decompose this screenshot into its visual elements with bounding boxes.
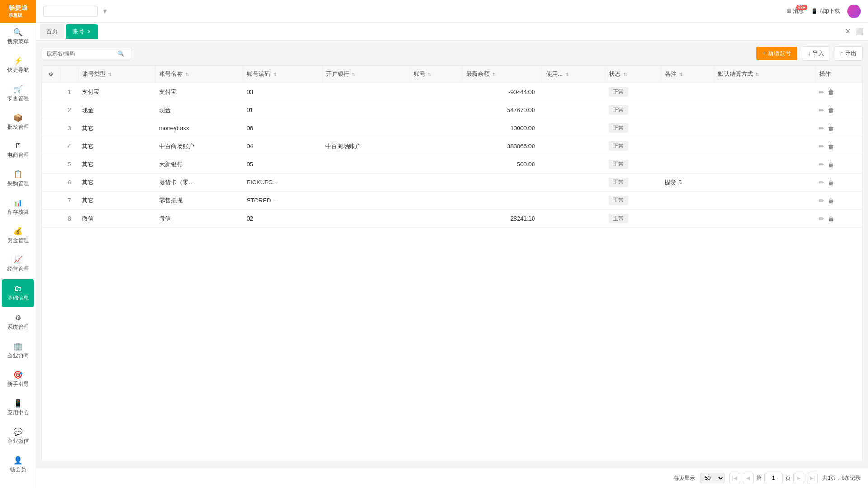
tab-home[interactable]: 首页 [40,24,64,39]
sidebar-item-member[interactable]: 👤 畅会员 [0,450,36,479]
lightning-icon: ⚡ [14,56,23,65]
import-button[interactable]: ↓ 导入 [802,46,830,61]
window-maximize-button[interactable]: ⬜ [854,27,864,37]
next-page-button[interactable]: ▶ [793,473,804,483]
row-code: 01 [243,101,322,119]
last-page-button[interactable]: ▶| [807,473,818,483]
row-num: 2 [60,101,78,119]
export-button[interactable]: ↑ 导出 [835,46,863,61]
sidebar-item-wechat[interactable]: 💬 企业微信 [0,422,36,450]
delete-button[interactable]: 🗑 [828,143,834,150]
message-badge: 99+ [796,5,807,10]
user-avatar[interactable] [847,5,861,18]
th-remark[interactable]: 备注 ⇅ [661,66,714,83]
sidebar-item-retail[interactable]: 🛒 零售管理 [0,80,36,108]
edit-button[interactable]: ✏ [819,125,824,132]
th-settings[interactable]: ⚙ [42,66,60,83]
th-type[interactable]: 账号类型 ⇅ [78,66,156,83]
th-default-settlement[interactable]: 默认结算方式 ⇅ [714,66,815,83]
th-bank[interactable]: 开户银行 ⇅ [322,66,410,83]
app-download-button[interactable]: 📱 App下载 [811,7,840,15]
row-actions: ✏ 🗑 [815,192,862,210]
topbar-left: ▾ [43,6,107,17]
row-actions: ✏ 🗑 [815,119,862,137]
delete-button[interactable]: 🗑 [828,179,834,186]
search-icon[interactable]: 🔍 [117,50,124,57]
message-button[interactable]: ✉ 消息 99+ [787,7,804,15]
row-default-settlement [714,101,815,119]
th-code[interactable]: 账号编码 ⇅ [243,66,322,83]
tab-account[interactable]: 账号 ✕ [66,24,98,39]
row-type: 其它 [78,174,156,192]
app-logo: 畅捷通 乐意版 [0,0,36,23]
window-close-button[interactable]: ✕ [843,27,853,37]
topbar-search-input[interactable] [43,6,98,17]
row-usage [542,137,605,155]
row-name: 支付宝 [156,83,243,101]
row-type: 支付宝 [78,83,156,101]
sidebar-item-purchase[interactable]: 📋 采购管理 [0,164,36,193]
th-account[interactable]: 账号 ⇅ [410,66,462,83]
page-number-input[interactable] [764,473,783,483]
row-type: 微信 [78,210,156,228]
topbar-dropdown-icon[interactable]: ▾ [103,7,107,15]
row-bank [322,119,410,137]
sidebar-item-label: 系统管理 [7,324,29,331]
sidebar-item-basic[interactable]: 🗂 基础信息 [2,279,34,307]
row-balance: 500.00 [462,155,542,174]
sidebar-item-quick[interactable]: ⚡ 快捷导航 [0,51,36,80]
account-search-input[interactable] [47,50,114,56]
main-area: ▾ ✉ 消息 99+ 📱 App下载 首页 账号 ✕ ✕ ⬜ [36,0,868,488]
row-default-settlement [714,137,815,155]
delete-button[interactable]: 🗑 [828,125,834,132]
row-remark [661,192,714,210]
delete-button[interactable]: 🗑 [828,215,834,222]
row-num: 4 [60,137,78,155]
row-type: 现金 [78,101,156,119]
th-name[interactable]: 账号名称 ⇅ [156,66,243,83]
edit-button[interactable]: ✏ [819,179,824,186]
sidebar-item-label: 零售管理 [7,95,29,103]
sidebar-item-wholesale[interactable]: 📦 批发管理 [0,108,36,136]
edit-button[interactable]: ✏ [819,215,824,222]
sidebar-item-guide[interactable]: 🎯 新手引导 [0,365,36,394]
delete-button[interactable]: 🗑 [828,197,834,204]
row-settings [42,119,60,137]
delete-button[interactable]: 🗑 [828,161,834,168]
trend-icon: 📈 [14,255,23,264]
sidebar-item-system[interactable]: ⚙ 系统管理 [0,308,36,337]
sidebar: 畅捷通 乐意版 🔍 搜索菜单 ⚡ 快捷导航 🛒 零售管理 📦 批发管理 🖥 电商… [0,0,36,488]
tab-close-icon[interactable]: ✕ [87,28,91,35]
row-balance: 10000.00 [462,119,542,137]
first-page-button[interactable]: |◀ [729,473,740,483]
row-status: 正常 [605,119,661,137]
row-code: 02 [243,210,322,228]
th-usage[interactable]: 使用... ⇅ [542,66,605,83]
sidebar-item-finance[interactable]: 💰 资金管理 [0,221,36,250]
sidebar-item-enterprise[interactable]: 🏢 企业协同 [0,337,36,365]
sidebar-item-operation[interactable]: 📈 经营管理 [0,250,36,278]
delete-button[interactable]: 🗑 [828,107,834,114]
sidebar-item-ecommerce[interactable]: 🖥 电商管理 [0,136,36,164]
page-size-select[interactable]: 50 100 200 [700,473,725,483]
page-suffix: 页 [785,474,791,482]
edit-button[interactable]: ✏ [819,89,824,96]
table-row: 6 其它 提货卡（零… PICKUPC... 正常 提货卡 ✏ 🗑 [42,174,862,192]
toolbar-actions: + 新增账号 ↓ 导入 ↑ 导出 [756,46,863,61]
edit-button[interactable]: ✏ [819,197,824,204]
edit-button[interactable]: ✏ [819,107,824,114]
row-status: 正常 [605,83,661,101]
edit-button[interactable]: ✏ [819,161,824,168]
sidebar-item-appcenter[interactable]: 📱 应用中心 [0,394,36,422]
sidebar-item-inventory[interactable]: 📊 库存核算 [0,193,36,221]
sidebar-item-search[interactable]: 🔍 搜索菜单 [0,23,36,51]
row-remark [661,101,714,119]
row-settings [42,137,60,155]
edit-button[interactable]: ✏ [819,143,824,150]
prev-page-button[interactable]: ◀ [743,473,754,483]
delete-button[interactable]: 🗑 [828,89,834,96]
th-balance[interactable]: 最新余额 ⇅ [462,66,542,83]
add-account-button[interactable]: + 新增账号 [756,47,797,60]
th-status[interactable]: 状态 ⇅ [605,66,661,83]
row-account [410,137,462,155]
